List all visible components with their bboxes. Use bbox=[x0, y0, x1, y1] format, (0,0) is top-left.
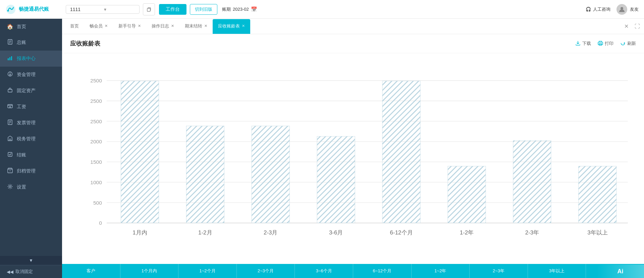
svg-point-3 bbox=[621, 7, 623, 10]
sidebar: 🏠 首页 总账 bbox=[0, 19, 62, 278]
sidebar-scroll-down[interactable]: ▼ bbox=[0, 256, 62, 265]
tab-period-end[interactable]: 期末结转 ✕ bbox=[179, 19, 213, 34]
sidebar-item-assets[interactable]: 固定资产 bbox=[0, 83, 62, 99]
tab-period-end-label: 期末结转 bbox=[185, 23, 202, 29]
tab-oplog-close[interactable]: ✕ bbox=[171, 24, 174, 28]
tabs-bar: 首页 畅会员 ✕ 新手引导 ✕ 操作日志 ✕ 期末结转 ✕ 应收账龄表 ✕ bbox=[62, 19, 644, 34]
svg-text:2500: 2500 bbox=[90, 119, 102, 124]
logo-area: 畅捷通易代账 bbox=[5, 4, 66, 15]
svg-rect-46 bbox=[252, 126, 289, 223]
svg-rect-12 bbox=[8, 89, 12, 92]
tab-aging[interactable]: 应收账龄表 ✕ bbox=[213, 19, 250, 34]
tab-home[interactable]: 首页 bbox=[65, 19, 84, 34]
switch-version-button[interactable]: 切到旧版 bbox=[190, 4, 217, 15]
logo-text: 畅捷通易代账 bbox=[19, 6, 49, 12]
cancel-fixed-button[interactable]: ◀◀ 取消固定 bbox=[0, 265, 62, 278]
company-select[interactable]: 1111 ▾ bbox=[66, 5, 140, 14]
consult-button[interactable]: 🎧 人工咨询 bbox=[586, 6, 610, 12]
assets-icon bbox=[7, 87, 13, 94]
salary-icon bbox=[7, 103, 13, 110]
footer-col-1-2m: 1~2个月 bbox=[178, 264, 237, 278]
refresh-button[interactable]: 刷新 bbox=[620, 41, 636, 47]
svg-rect-50 bbox=[382, 81, 420, 223]
sidebar-item-ledger[interactable]: 总账 bbox=[0, 34, 62, 51]
main-layout: 🏠 首页 总账 bbox=[0, 19, 644, 278]
svg-rect-48 bbox=[317, 136, 355, 223]
tab-oplog-label: 操作日志 bbox=[152, 23, 169, 29]
page-header: 应收账龄表 下载 bbox=[62, 34, 644, 53]
svg-text:2-3年: 2-3年 bbox=[525, 229, 539, 236]
period-label: 账期 bbox=[222, 6, 231, 12]
tab-oplog[interactable]: 操作日志 ✕ bbox=[146, 19, 179, 34]
svg-text:1000: 1000 bbox=[90, 180, 102, 185]
footer-col-2-3y: 2~3年 bbox=[470, 264, 528, 278]
sidebar-label-ledger: 总账 bbox=[17, 40, 26, 46]
sidebar-item-settle[interactable]: 结账 bbox=[0, 147, 62, 163]
svg-point-14 bbox=[10, 107, 11, 108]
tab-period-end-close[interactable]: ✕ bbox=[204, 24, 207, 28]
sidebar-item-settings[interactable]: 设置 bbox=[0, 179, 62, 195]
close-all-tabs-button[interactable]: ✕ bbox=[623, 22, 630, 31]
tab-guide[interactable]: 新手引导 ✕ bbox=[113, 19, 146, 34]
svg-text:6-12个月: 6-12个月 bbox=[390, 229, 413, 236]
avatar bbox=[616, 4, 627, 15]
footer-col-3y-plus: 3年以上 bbox=[528, 264, 586, 278]
sidebar-item-invoice[interactable]: 发票管理 bbox=[0, 115, 62, 131]
print-button[interactable]: 打印 bbox=[598, 41, 613, 47]
top-header: 畅捷通易代账 1111 ▾ 工作台 切到旧版 账期 2023-02 📅 🎧 人工… bbox=[0, 0, 644, 19]
ai-badge[interactable]: Ai bbox=[597, 265, 644, 278]
logo-icon bbox=[5, 4, 16, 15]
svg-text:1500: 1500 bbox=[90, 159, 102, 165]
tab-guide-close[interactable]: ✕ bbox=[138, 24, 141, 28]
tab-aging-close[interactable]: ✕ bbox=[242, 24, 245, 28]
svg-rect-9 bbox=[9, 57, 10, 60]
workbench-button[interactable]: 工作台 bbox=[159, 4, 186, 15]
svg-rect-56 bbox=[579, 166, 616, 223]
sidebar-scroll: 🏠 首页 总账 bbox=[0, 19, 62, 256]
download-icon bbox=[575, 41, 581, 47]
sidebar-label-settle: 结账 bbox=[17, 152, 26, 158]
svg-text:2500: 2500 bbox=[90, 78, 102, 83]
svg-text:1月内: 1月内 bbox=[132, 229, 147, 236]
page-actions: 下载 打印 bbox=[575, 41, 636, 47]
reports-icon bbox=[7, 55, 13, 62]
funds-icon bbox=[7, 71, 13, 78]
tab-member[interactable]: 畅会员 ✕ bbox=[84, 19, 113, 34]
copy-button[interactable] bbox=[143, 3, 155, 15]
sidebar-label-invoice: 发票管理 bbox=[17, 120, 36, 126]
sidebar-item-salary[interactable]: 工资 bbox=[0, 99, 62, 115]
tab-guide-label: 新手引导 bbox=[118, 23, 136, 29]
chart-area: 2500 2500 2500 2000 1500 1000 500 0 bbox=[62, 53, 644, 264]
sidebar-label-home: 首页 bbox=[17, 24, 26, 30]
ai-badge-label: Ai bbox=[618, 268, 624, 275]
footer-col-2-3m: 2~3个月 bbox=[237, 264, 295, 278]
footer-col-customer: 客户 bbox=[62, 264, 120, 278]
tab-member-label: 畅会员 bbox=[90, 23, 103, 29]
settle-icon bbox=[7, 152, 13, 158]
expand-tab-button[interactable]: ⛶ bbox=[633, 22, 641, 31]
svg-text:1-2年: 1-2年 bbox=[460, 229, 474, 236]
download-button[interactable]: 下载 bbox=[575, 41, 591, 47]
sidebar-bottom: ◀◀ 取消固定 bbox=[0, 265, 62, 278]
sidebar-label-salary: 工资 bbox=[17, 104, 26, 110]
tab-aging-label: 应收账龄表 bbox=[218, 23, 240, 29]
svg-text:3-6月: 3-6月 bbox=[329, 229, 343, 236]
sidebar-item-reports[interactable]: 报表中心 bbox=[0, 51, 62, 67]
period-value: 2023-02 bbox=[233, 7, 249, 12]
archive-icon bbox=[7, 168, 13, 175]
refresh-label: 刷新 bbox=[627, 41, 636, 47]
page-content: 应收账龄表 下载 bbox=[62, 34, 644, 278]
user-area[interactable]: 友友 bbox=[616, 4, 639, 15]
svg-text:2000: 2000 bbox=[90, 139, 102, 144]
sidebar-item-home[interactable]: 🏠 首页 bbox=[0, 19, 62, 34]
sidebar-label-funds: 资金管理 bbox=[17, 72, 36, 78]
sidebar-item-archive[interactable]: 归档管理 bbox=[0, 163, 62, 179]
sidebar-item-funds[interactable]: 资金管理 bbox=[0, 67, 62, 83]
calendar-icon[interactable]: 📅 bbox=[251, 6, 257, 12]
footer-col-1m: 1个月内 bbox=[120, 264, 179, 278]
refresh-icon bbox=[620, 41, 626, 47]
tab-member-close[interactable]: ✕ bbox=[105, 24, 108, 28]
footer-col-6-12m: 6~12个月 bbox=[353, 264, 412, 278]
sidebar-item-tax[interactable]: 税务管理 bbox=[0, 131, 62, 147]
svg-rect-54 bbox=[513, 141, 551, 223]
